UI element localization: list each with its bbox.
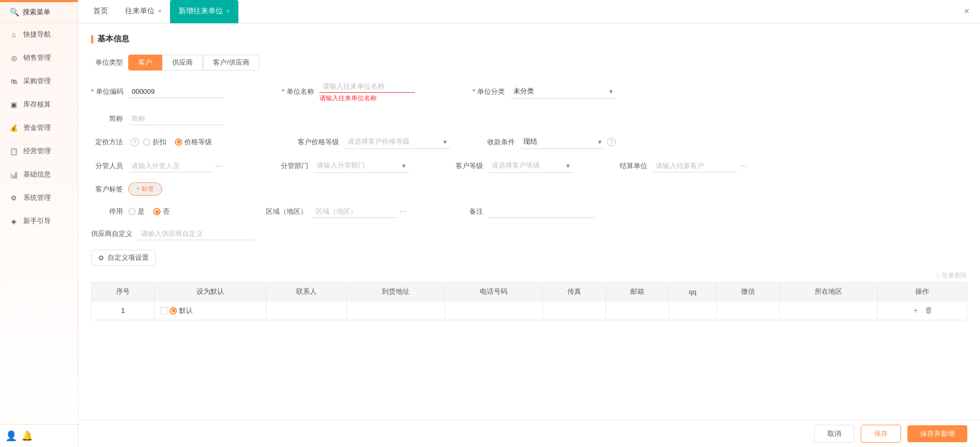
disabled-radio-no-label: 否	[163, 207, 170, 216]
unit-category-arrow: ▾	[609, 87, 613, 95]
search-icon: 🔍	[10, 7, 20, 17]
row-phone	[444, 301, 542, 320]
window-close-icon[interactable]: ×	[959, 6, 974, 17]
supplier-custom-label: 供应商自定义	[91, 229, 132, 239]
payment-terms-help-icon[interactable]: ?	[607, 138, 616, 146]
pricing-radio-level[interactable]: 价格等级	[175, 137, 212, 147]
settlement-unit-input[interactable]	[653, 160, 737, 172]
unit-name-label: 单位名称	[282, 87, 314, 97]
main-area: 首页 往来单位 × 新增往来单位 × × 基本信息 单位类型 客户 供应商 客户…	[78, 0, 980, 447]
sidebar-item-purchase[interactable]: 🛍 采购管理	[0, 69, 78, 93]
short-name-row: 简称	[91, 112, 967, 125]
basic-info-icon: 📊	[8, 169, 19, 180]
unit-type-row: 单位类型 客户 供应商 客户/供应商	[91, 55, 967, 71]
customer-level-label: 客户等级	[451, 161, 483, 171]
sidebar-item-label: 销售管理	[23, 53, 51, 63]
customer-price-level-arrow: ▾	[443, 138, 447, 146]
customer-level-arrow: ▾	[566, 162, 570, 170]
payment-terms-select[interactable]: 现结 ▾	[520, 135, 605, 149]
sidebar-item-basic-info[interactable]: 📊 基础信息	[0, 163, 78, 186]
row-default-label: 默认	[179, 306, 193, 315]
unit-code-group: 单位编码	[91, 85, 261, 98]
customer-tag-label: 客户标签	[91, 185, 123, 194]
section-title: 基本信息	[91, 34, 967, 44]
add-tag-label: + 标签	[136, 185, 154, 194]
unit-type-group: 单位类型 客户 供应商 客户/供应商	[91, 55, 967, 71]
manager-input[interactable]	[128, 160, 213, 172]
sidebar-item-inventory[interactable]: ▣ 库存核算	[0, 93, 78, 116]
add-tag-button[interactable]: + 标签	[128, 182, 162, 196]
sidebar-item-finance[interactable]: 💰 资金管理	[0, 116, 78, 139]
tab-partners[interactable]: 往来单位 ×	[117, 0, 170, 23]
customer-tag-group: 客户标签 + 标签	[91, 182, 967, 196]
disabled-radio-no[interactable]: 否	[153, 207, 170, 216]
customer-level-placeholder: 请选择客户等级	[492, 161, 540, 170]
unit-btn-customer[interactable]: 客户	[128, 55, 162, 71]
unit-code-input[interactable]	[129, 85, 224, 98]
pricing-radio-level-circle	[175, 138, 182, 146]
pricing-radio-discount[interactable]: 折扣	[143, 137, 166, 147]
sidebar-item-guide[interactable]: ◈ 新手引导	[0, 209, 78, 233]
unit-btn-supplier[interactable]: 供应商	[162, 55, 203, 71]
save-new-button[interactable]: 保存并新增	[907, 425, 967, 442]
region-input[interactable]	[313, 205, 397, 218]
region-label: 区域（地区）	[266, 207, 307, 216]
disabled-label: 停用	[91, 207, 123, 216]
row-default-radio[interactable]: 默认	[170, 306, 193, 315]
tab-home[interactable]: 首页	[85, 0, 117, 23]
short-name-input[interactable]	[128, 112, 224, 125]
cancel-button[interactable]: 取消	[814, 425, 854, 443]
tab-bar: 首页 往来单位 × 新增往来单位 × ×	[78, 0, 980, 23]
customer-price-level-select[interactable]: 请选择客户价格等级 ▾	[344, 135, 450, 149]
custom-settings-button[interactable]: ⚙ 自定义项设置	[91, 250, 156, 266]
col-region: 所在地区	[780, 283, 878, 301]
unit-name-group: 单位名称 请输入往来单位名称	[282, 80, 451, 103]
save-button[interactable]: 保存	[861, 425, 901, 443]
manager-dots-btn[interactable]: ···	[215, 161, 222, 171]
sidebar-item-operations[interactable]: 📋 经营管理	[0, 139, 78, 163]
tab-new-partner[interactable]: 新增往来单位 ×	[170, 0, 238, 23]
manager-label: 分管人员	[91, 161, 123, 171]
payment-terms-label: 收款条件	[483, 137, 515, 147]
unit-btn-both[interactable]: 客户/供应商	[203, 55, 260, 71]
region-group: 区域（地区） ···	[266, 205, 435, 218]
region-dots-btn[interactable]: ···	[399, 207, 406, 216]
short-name-group: 简称	[91, 112, 261, 125]
row-actions: ＋ 🗑	[878, 301, 967, 320]
row-delete-button[interactable]: 🗑	[923, 305, 934, 314]
sidebar-search[interactable]: 🔍 搜索菜单	[0, 2, 78, 23]
col-contact: 联系人	[266, 283, 346, 301]
row-region	[780, 301, 878, 320]
row-add-button[interactable]: ＋	[910, 305, 921, 315]
department-group: 分管部门 请输入分管部门 ▾	[277, 159, 435, 173]
disabled-radio-yes[interactable]: 是	[128, 207, 145, 216]
sidebar-item-system[interactable]: ⚙ 系统管理	[0, 186, 78, 209]
customer-level-select[interactable]: 请选择客户等级 ▾	[488, 159, 573, 173]
remark-group: 备注	[451, 205, 621, 218]
settlement-unit-dots-btn[interactable]: ···	[740, 161, 746, 171]
customer-tag-row: 客户标签 + 标签	[91, 182, 967, 196]
finance-icon: 💰	[8, 122, 19, 133]
unit-category-select[interactable]: 未分类 ▾	[510, 84, 616, 99]
disabled-radio-yes-label: 是	[138, 207, 145, 216]
payment-terms-value: 现结	[523, 137, 537, 146]
sidebar-item-quick-nav[interactable]: ⌂ 快捷导航	[0, 23, 78, 46]
remark-input[interactable]	[488, 205, 594, 218]
unit-name-input[interactable]	[319, 80, 415, 93]
row-email	[605, 301, 669, 320]
sidebar-item-sales[interactable]: ◎ 销售管理	[0, 46, 78, 69]
disabled-region-row: 停用 是 否 区域（地区） ··· 备注	[91, 205, 967, 218]
supplier-custom-row: 供应商自定义	[91, 227, 967, 240]
settlement-unit-group: 结算单位 ···	[616, 160, 764, 172]
supplier-custom-input[interactable]	[138, 227, 254, 240]
pricing-method-help-icon[interactable]: ?	[130, 138, 139, 146]
department-select[interactable]: 请输入分管部门 ▾	[314, 159, 409, 173]
row-checkbox-input[interactable]	[160, 307, 167, 314]
batch-delete-icon: □	[936, 271, 940, 279]
customer-level-group: 客户等级 请选择客户等级 ▾	[451, 159, 600, 173]
tab-partners-close[interactable]: ×	[158, 7, 162, 15]
row-default-radio-circle	[170, 307, 177, 314]
tab-new-partner-close[interactable]: ×	[226, 7, 230, 15]
col-default: 设为默认	[155, 283, 266, 301]
pricing-row: 定价方法 ? 折扣 价格等级 客户价格等级 请选择客户价格等级	[91, 135, 967, 149]
